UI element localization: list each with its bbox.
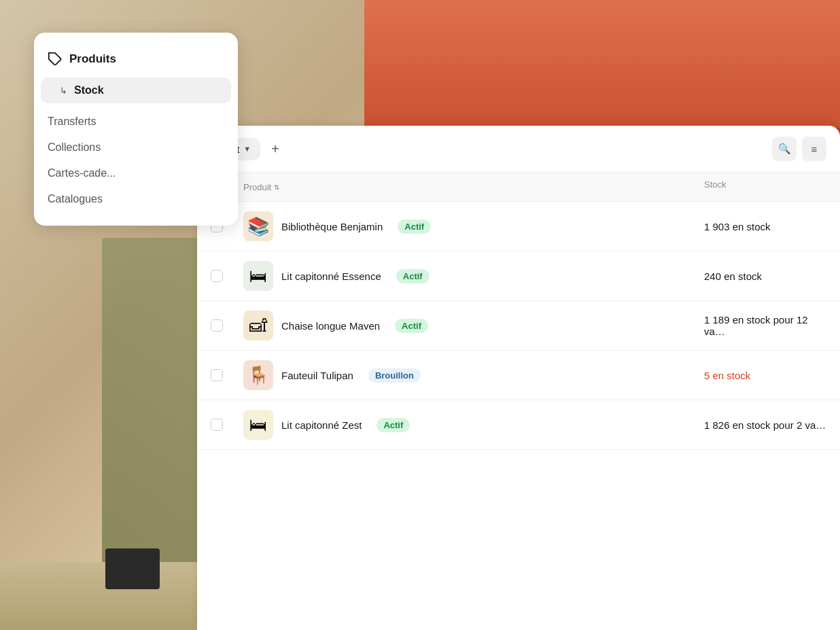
table-header: Produit ⇅ Stock [197, 173, 840, 202]
product-name-5: Lit capitonné Zest [281, 419, 362, 431]
table-row[interactable]: 📚 Bibliothèque Benjamin Actif 1 903 en s… [197, 202, 840, 251]
row-stock-2: 240 en stock [704, 270, 826, 282]
row-checkbox-4 [211, 369, 243, 381]
row-stock-1: 1 903 en stock [704, 221, 826, 232]
sidebar-item-transferts[interactable]: Transferts [34, 109, 238, 135]
product-name-4: Fauteuil Tulipan [281, 370, 353, 381]
product-name-2: Lit capitonné Essence [281, 270, 381, 282]
product-thumbnail-3: 🛋 [243, 311, 273, 340]
status-badge-3: Actif [395, 319, 428, 333]
table-row[interactable]: 🛏 Lit capitonné Essence Actif 240 en sto… [197, 251, 840, 301]
tag-icon [48, 52, 63, 67]
product-name-3: Chaise longue Maven [281, 320, 380, 332]
row-product-2: 🛏 Lit capitonné Essence Actif [243, 261, 704, 291]
row-checkbox-2 [211, 270, 243, 282]
table-row[interactable]: 🪑 Fauteuil Tulipan Brouillon 5 en stock [197, 351, 840, 400]
table-row[interactable]: 🛏 Lit capitonné Zest Actif 1 826 en stoc… [197, 400, 840, 450]
status-badge-1: Actif [398, 220, 431, 234]
row-checkbox-input-2[interactable] [211, 270, 223, 282]
stock-label: Stock [74, 84, 104, 97]
sidebar-item-collections[interactable]: Collections [34, 135, 238, 160]
sidebar-title: Produits [69, 52, 116, 66]
toolbar-right: 🔍 ≡ [772, 137, 826, 161]
status-badge-4: Brouillon [368, 368, 421, 383]
row-stock-3: 1 189 en stock pour 12 va… [704, 314, 826, 337]
sidebar-panel: Produits ↳ Stock Transferts Collections … [34, 33, 238, 226]
row-stock-5: 1 826 en stock pour 2 va… [704, 419, 826, 431]
status-badge-5: Actif [377, 418, 410, 432]
filter-icon-button[interactable]: ≡ [802, 137, 826, 161]
chevron-down-icon: ▼ [243, 145, 251, 153]
header-product: Produit ⇅ [243, 179, 704, 194]
row-checkbox-input-3[interactable] [211, 319, 223, 332]
sidebar-item-stock[interactable]: ↳ Stock [41, 77, 231, 103]
add-button[interactable]: + [268, 139, 282, 160]
search-button[interactable]: 🔍 [772, 137, 797, 161]
product-thumbnail-1: 📚 [243, 211, 273, 241]
toolbar: Tout ▼ + 🔍 ≡ [197, 126, 840, 173]
row-product-5: 🛏 Lit capitonné Zest Actif [243, 410, 704, 440]
shelf-decoration [364, 0, 840, 136]
arrow-icon: ↳ [60, 86, 67, 96]
sidebar-item-cartes-cade[interactable]: Cartes-cade... [34, 160, 238, 186]
product-name-1: Bibliothèque Benjamin [281, 221, 383, 232]
sidebar-header: Produits [34, 46, 238, 77]
sidebar-item-catalogues[interactable]: Catalogues [34, 186, 238, 212]
sort-icon: ⇅ [274, 183, 279, 191]
main-panel: Tout ▼ + 🔍 ≡ Produit ⇅ Stock [197, 126, 840, 630]
row-checkbox-input-5[interactable] [211, 419, 223, 431]
search-icon: 🔍 [778, 143, 791, 155]
table-row[interactable]: 🛋 Chaise longue Maven Actif 1 189 en sto… [197, 301, 840, 351]
row-checkbox-5 [211, 419, 243, 431]
product-thumbnail-2: 🛏 [243, 261, 273, 291]
row-product-4: 🪑 Fauteuil Tulipan Brouillon [243, 360, 704, 390]
dark-item-decoration [105, 548, 160, 589]
row-product-3: 🛋 Chaise longue Maven Actif [243, 311, 704, 340]
row-product-1: 📚 Bibliothèque Benjamin Actif [243, 211, 704, 241]
filter-lines-icon: ≡ [811, 143, 818, 155]
row-stock-4: 5 en stock [704, 370, 826, 381]
header-stock: Stock [704, 179, 826, 194]
row-checkbox-input-4[interactable] [211, 369, 223, 381]
row-checkbox-3 [211, 319, 243, 332]
product-thumbnail-4: 🪑 [243, 360, 273, 390]
product-thumbnail-5: 🛏 [243, 410, 273, 440]
status-badge-2: Actif [396, 269, 430, 283]
